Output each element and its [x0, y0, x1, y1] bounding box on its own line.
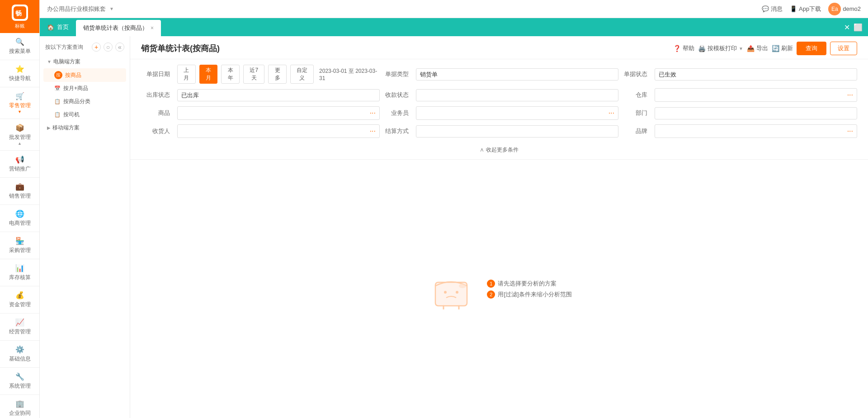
goods-dots-icon[interactable]: ··· — [370, 109, 376, 117]
tab-bar: 🏠 首页 销货单统计表（按商品） × ✕ ⬜ — [40, 18, 868, 36]
message-button[interactable]: 💬 消息 — [762, 5, 783, 13]
sidebar-sales-label: 销售管理 — [9, 192, 31, 200]
scheme-item-by-product[interactable]: 按 按商品 — [43, 68, 126, 82]
query-button[interactable]: 查询 — [797, 42, 826, 55]
logo-icon: 畅 — [12, 5, 28, 21]
hint-text-2: 用[过滤]条件来缩小分析范围 — [498, 290, 571, 299]
doc-status-select[interactable]: 已生效 — [655, 68, 857, 81]
sidebar-enterprise-label: 企业协同 — [9, 409, 31, 417]
date-custom-btn[interactable]: 自定义 — [290, 65, 314, 84]
scheme-item-by-driver[interactable]: 📋 按司机 — [43, 108, 126, 121]
scheme-item-label-2: 按商品分类 — [63, 98, 90, 105]
sidebar-item-system[interactable]: 🔧 系统管理 — [0, 368, 40, 395]
date-more-btn[interactable]: 更多 — [268, 65, 287, 84]
industry-label: 办公用品行业模拟账套 — [47, 5, 106, 13]
desktop-group-arrow: ▼ — [47, 59, 52, 64]
tab-home[interactable]: 🏠 首页 — [40, 18, 76, 36]
date-last7-btn[interactable]: 近7天 — [243, 65, 264, 84]
pay-status-label: 收款状态 — [380, 91, 412, 99]
date-this-year-btn[interactable]: 本年 — [221, 65, 240, 84]
brand-label: 品牌 — [618, 127, 651, 135]
app-download-button[interactable]: 📱 App下载 — [790, 5, 821, 13]
empty-svg — [426, 269, 476, 309]
tab-maximize-button[interactable]: ⬜ — [854, 23, 863, 32]
tab-close-window-button[interactable]: ✕ — [844, 23, 850, 32]
sidebar-item-operations[interactable]: 📈 经营管理 — [0, 314, 40, 341]
date-last-month-btn[interactable]: 上月 — [177, 65, 196, 84]
receiver-dots-icon[interactable]: ··· — [370, 127, 376, 135]
sidebar-item-retail[interactable]: 🛒 零售管理 ▼ — [0, 87, 40, 119]
user-profile[interactable]: Ea demo2 — [828, 3, 861, 15]
industry-selector[interactable]: 办公用品行业模拟账套 ▼ — [47, 5, 114, 13]
sidebar-item-sales[interactable]: 💼 销售管理 — [0, 178, 40, 205]
avatar: Ea — [828, 3, 841, 15]
help-button[interactable]: ❓ 帮助 — [673, 44, 694, 52]
filter-row-4: 收货人 ··· 结算方式 — [141, 124, 857, 138]
goods-input[interactable]: ··· — [177, 106, 380, 120]
receiver-input[interactable]: ··· — [177, 124, 380, 138]
collapse-more-button[interactable]: ∧ 收起更多条件 — [141, 142, 857, 156]
svg-point-7 — [459, 284, 466, 288]
desktop-scheme-group: ▼ 电脑端方案 按 按商品 📅 按月+商品 📋 按商品分类 📋 按司机 — [40, 55, 130, 121]
sidebar-item-ecommerce[interactable]: 🌐 电商管理 — [0, 205, 40, 232]
mobile-scheme-group: ▶ 移动端方案 — [40, 121, 130, 134]
out-status-select[interactable]: 已出库 — [177, 89, 380, 101]
scheme-item-label-0: 按商品 — [65, 71, 81, 79]
add-scheme-button[interactable]: + — [92, 43, 101, 52]
top-header: 办公用品行业模拟账套 ▼ 💬 消息 📱 App下载 Ea demo2 — [40, 0, 868, 18]
avatar-text: Ea — [831, 6, 838, 12]
compass-icon: ⭐ — [15, 65, 24, 73]
filter-row-3: 商品 ··· 业务员 ··· 部门 — [141, 106, 857, 120]
settings-button[interactable]: 设置 — [830, 42, 857, 55]
refresh-button[interactable]: 🔄 刷新 — [772, 44, 793, 52]
filter-area: 单据日期 上月 本月 本年 近7天 更多 自定义 2023-03-01 至 20… — [130, 59, 868, 160]
driver-icon: 📋 — [54, 112, 61, 118]
sidebar-finance-label: 资金管理 — [9, 301, 31, 309]
date-this-month-btn[interactable]: 本月 — [199, 65, 218, 84]
collapse-label: ∧ 收起更多条件 — [480, 147, 518, 153]
collapse-panel-button[interactable]: « — [115, 43, 124, 52]
out-status-label: 出库状态 — [141, 91, 174, 99]
salesman-input[interactable]: ··· — [416, 106, 618, 120]
mobile-group-title[interactable]: ▶ 移动端方案 — [43, 121, 126, 134]
sidebar-item-enterprise[interactable]: 🏢 企业协同 — [0, 395, 40, 418]
sidebar-item-search[interactable]: 🔍 搜索菜单 — [0, 33, 40, 60]
receiver-label: 收货人 — [141, 127, 174, 135]
username-label: demo2 — [843, 5, 861, 12]
desktop-group-title[interactable]: ▼ 电脑端方案 — [43, 55, 126, 68]
edit-scheme-button[interactable]: ○ — [104, 43, 113, 52]
sidebar-item-finance[interactable]: 💰 资金管理 — [0, 286, 40, 314]
sidebar-operations-label: 经营管理 — [9, 328, 31, 336]
export-label: 导出 — [756, 44, 768, 52]
export-button[interactable]: 📤 导出 — [747, 44, 768, 52]
search-icon: 🔍 — [15, 38, 24, 46]
marketing-icon: 📢 — [15, 155, 24, 164]
scheme-panel-header: 按以下方案查询 + ○ « — [40, 41, 130, 55]
scheme-item-by-month-product[interactable]: 📅 按月+商品 — [43, 82, 126, 95]
brand-dots-icon[interactable]: ··· — [847, 127, 853, 135]
doc-type-select[interactable]: 销货单 — [416, 68, 618, 81]
sidebar-item-basic[interactable]: ⚙️ 基础信息 — [0, 341, 40, 368]
mobile-group-arrow: ▶ — [47, 125, 51, 130]
dept-select[interactable] — [655, 107, 857, 119]
logo-text: 标账 — [15, 23, 25, 29]
sidebar-item-quick[interactable]: ⭐ 快捷导航 — [0, 60, 40, 87]
scheme-item-by-category[interactable]: 📋 按商品分类 — [43, 95, 126, 108]
sidebar-item-inventory[interactable]: 📊 库存核算 — [0, 259, 40, 286]
print-button[interactable]: 🖨️ 按模板打印 ▼ — [698, 44, 743, 52]
warehouse-input[interactable]: ··· — [655, 88, 857, 102]
brand-input[interactable]: ··· — [655, 124, 857, 138]
tab-active[interactable]: 销货单统计表（按商品） × — [76, 20, 161, 36]
sidebar-item-marketing[interactable]: 📢 营销推广 — [0, 151, 40, 178]
sidebar-item-purchase[interactable]: 🏪 采购管理 — [0, 232, 40, 259]
sidebar: 畅 标账 🔍 搜索菜单 ⭐ 快捷导航 🛒 零售管理 ▼ 📦 批发管理 ▲ 📢 营… — [0, 0, 40, 418]
sidebar-item-wholesale[interactable]: 📦 批发管理 ▲ — [0, 119, 40, 151]
tab-close-button[interactable]: × — [151, 25, 154, 31]
settle-select[interactable] — [416, 125, 618, 138]
pay-status-select[interactable] — [416, 89, 618, 101]
warehouse-dots-icon[interactable]: ··· — [847, 91, 853, 99]
tab-home-label: 首页 — [57, 23, 69, 31]
mobile-group-label: 移动端方案 — [52, 124, 80, 132]
salesman-dots-icon[interactable]: ··· — [609, 109, 614, 117]
svg-text:畅: 畅 — [15, 10, 22, 17]
